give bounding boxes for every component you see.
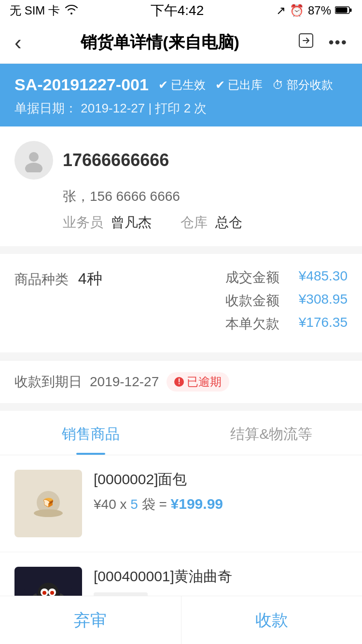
product-name-bread: [0000002]面包	[94, 470, 348, 490]
owing-label: 本单欠款	[225, 315, 279, 333]
financial-stats: 成交金额 ¥485.30 收款金额 ¥308.95 本单欠款 ¥176.35	[225, 268, 348, 338]
status-bar: 无 SIM 卡 下午4:42 ↗ ⏰ 87%	[0, 0, 362, 21]
product-name-cookie: [000400001]黄油曲奇	[94, 567, 348, 587]
back-button[interactable]: ‹	[14, 30, 22, 55]
product-qty-bread: 5	[130, 497, 138, 512]
svg-point-15	[50, 591, 54, 595]
svg-point-4	[29, 152, 39, 162]
nav-bar: ‹ 销货单详情(来自电脑) •••	[0, 21, 362, 64]
status-badge-partial: ⏱ 部分收款	[272, 77, 333, 93]
due-date-label: 收款到期日	[14, 373, 82, 391]
overdue-badge: ! 已逾期	[167, 372, 229, 392]
svg-text:🍞: 🍞	[43, 497, 54, 508]
received-label: 收款金额	[225, 292, 279, 310]
tabs-section: 销售商品 结算&物流等	[0, 411, 362, 455]
battery-icon	[335, 4, 352, 17]
svg-point-7	[34, 509, 63, 517]
svg-point-14	[42, 591, 46, 595]
stats-section: 商品种类 4种 成交金额 ¥485.30 收款金额 ¥308.95 本单欠款 ¥…	[0, 254, 362, 352]
order-id: SA-20191227-001	[14, 75, 149, 94]
customer-section: 17666666666 张，156 6666 6666 业务员 曾凡杰 仓库 总…	[0, 126, 362, 246]
status-badge-shipped: ✔ 已出库	[215, 77, 263, 93]
svg-point-5	[25, 163, 42, 172]
more-icon[interactable]: •••	[328, 33, 348, 51]
order-header: SA-20191227-001 ✔ 已生效 ✔ 已出库 ⏱ 部分收款 单据日期：…	[0, 64, 362, 126]
warehouse-info: 仓库 总仓	[181, 213, 242, 232]
customer-phone: 17666666666	[63, 150, 169, 170]
order-date: 单据日期： 2019-12-27 | 打印 2 次	[14, 100, 348, 117]
svg-rect-1	[350, 9, 352, 12]
svg-rect-2	[336, 8, 348, 13]
avatar	[14, 141, 53, 180]
bottom-bar: 弃审 收款	[0, 596, 362, 644]
share-icon[interactable]	[298, 32, 314, 53]
overdue-icon: !	[174, 377, 184, 387]
alarm-icon: ⏰	[290, 4, 304, 17]
product-kind-value: 4种	[78, 270, 102, 287]
tab-settlement[interactable]: 结算&物流等	[181, 411, 362, 455]
sales-name: 曾凡杰	[111, 215, 152, 230]
status-bar-right: ↗ ⏰ 87%	[276, 4, 352, 17]
product-image-bread: 🍞	[14, 470, 82, 537]
owing-value: ¥176.35	[299, 315, 348, 333]
wifi-icon	[65, 4, 78, 17]
clock-icon: ⏱	[272, 78, 284, 92]
due-date-value: 2019-12-27	[90, 374, 159, 390]
product-kind: 商品种类 4种	[14, 268, 102, 294]
location-icon: ↗	[276, 4, 286, 17]
battery-text: 87%	[308, 4, 331, 17]
received-value: ¥308.95	[299, 292, 348, 310]
cancel-button[interactable]: 弃审	[0, 596, 181, 644]
customer-name: 张，156 6666 6666	[14, 187, 348, 206]
sales-info: 业务员 曾凡杰	[63, 213, 152, 232]
transaction-label: 成交金额	[225, 268, 279, 287]
tab-sales-products[interactable]: 销售商品	[0, 411, 181, 455]
product-item-bread: 🍞 [0000002]面包 ¥40 x 5 袋 = ¥199.99	[0, 455, 362, 552]
carrier-text: 无 SIM 卡	[10, 3, 60, 18]
nav-right-actions: •••	[298, 32, 348, 53]
check-icon-2: ✔	[215, 78, 225, 92]
check-icon-1: ✔	[158, 78, 168, 92]
status-badge-effective: ✔ 已生效	[158, 77, 206, 93]
product-total-bread: ¥199.99	[171, 496, 223, 512]
due-section: 收款到期日 2019-12-27 ! 已逾期	[0, 360, 362, 403]
status-bar-left: 无 SIM 卡	[10, 3, 78, 18]
page-title: 销货单详情(来自电脑)	[81, 31, 239, 54]
product-price-bread: ¥40 x 5 袋 = ¥199.99	[94, 495, 348, 514]
customer-meta: 业务员 曾凡杰 仓库 总仓	[14, 213, 348, 232]
warehouse-name: 总仓	[215, 215, 242, 230]
product-info-bread: [0000002]面包 ¥40 x 5 袋 = ¥199.99	[94, 470, 348, 514]
status-bar-time: 下午4:42	[151, 1, 204, 20]
transaction-value: ¥485.30	[299, 268, 348, 287]
confirm-button[interactable]: 收款	[181, 596, 362, 644]
